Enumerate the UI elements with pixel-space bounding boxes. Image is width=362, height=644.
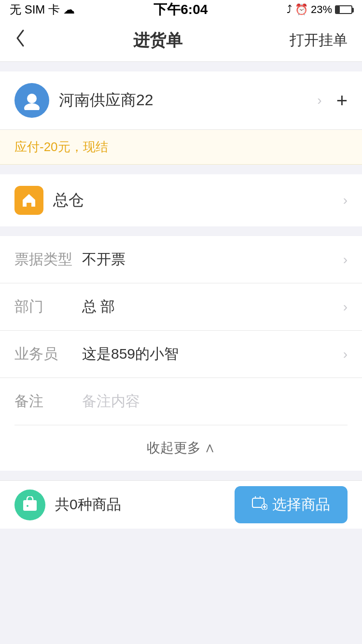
add-supplier-button[interactable]: + xyxy=(336,90,348,112)
top-divider xyxy=(0,62,362,71)
content-area xyxy=(0,529,362,644)
svg-rect-5 xyxy=(30,507,33,508)
select-product-button[interactable]: 选择商品 xyxy=(235,486,348,523)
product-icon-wrap xyxy=(14,490,45,520)
supplier-section: 河南供应商22 › + 应付-20元，现结 xyxy=(0,71,362,165)
status-time: 下午6:04 xyxy=(153,0,208,19)
open-pending-button[interactable]: 打开挂单 xyxy=(290,30,348,50)
supplier-row[interactable]: 河南供应商22 › + xyxy=(0,71,362,130)
alarm-icon: ⏰ xyxy=(295,3,308,16)
bottom-bar: 共0种商品 选择商品 xyxy=(0,480,362,529)
supplier-name: 河南供应商22 xyxy=(59,90,317,111)
avatar xyxy=(14,83,49,118)
notice-banner: 应付-20元，现结 xyxy=(0,130,362,165)
salesperson-row[interactable]: 业务员 这是859的小智 › xyxy=(0,331,362,378)
nav-bar: 进货单 打开挂单 xyxy=(0,19,362,62)
department-chevron-icon: › xyxy=(343,299,348,315)
invoice-type-value: 不开票 xyxy=(82,250,343,269)
invoice-type-label: 票据类型 xyxy=(14,250,82,269)
status-left: 无 SIM 卡 ☁ xyxy=(10,2,75,17)
warehouse-icon-wrap xyxy=(14,186,43,215)
svg-point-1 xyxy=(24,103,40,110)
page-title: 进货单 xyxy=(133,29,182,52)
salesperson-chevron-icon: › xyxy=(343,347,348,362)
svg-rect-4 xyxy=(30,505,35,506)
warehouse-section: 总仓 › xyxy=(0,174,362,226)
svg-point-0 xyxy=(27,94,37,103)
remark-row[interactable]: 备注 备注内容 xyxy=(0,378,362,425)
department-value: 总 部 xyxy=(82,297,343,317)
back-button[interactable] xyxy=(14,28,26,52)
sim-label: 无 SIM 卡 ☁ xyxy=(10,2,75,17)
warehouse-chevron-icon: › xyxy=(343,193,348,208)
svg-point-3 xyxy=(27,505,28,507)
supplier-chevron-icon: › xyxy=(317,93,321,108)
status-right: ⤴ ⏰ 23% xyxy=(287,3,352,16)
status-bar: 无 SIM 卡 ☁ 下午6:04 ⤴ ⏰ 23% xyxy=(0,0,362,19)
salesperson-label: 业务员 xyxy=(14,344,82,364)
warehouse-row[interactable]: 总仓 › xyxy=(0,174,362,226)
select-product-label: 选择商品 xyxy=(272,495,330,515)
warehouse-name: 总仓 xyxy=(53,190,343,211)
collapse-button[interactable]: 收起更多 ∧ xyxy=(0,425,362,471)
divider-3 xyxy=(0,471,362,480)
invoice-type-row[interactable]: 票据类型 不开票 › xyxy=(0,236,362,283)
salesperson-value: 这是859的小智 xyxy=(82,344,343,364)
remark-input[interactable]: 备注内容 xyxy=(82,392,348,411)
divider-2 xyxy=(0,226,362,236)
battery-label: 23% xyxy=(311,3,332,16)
battery-icon xyxy=(335,5,352,14)
divider-1 xyxy=(0,165,362,174)
form-section: 票据类型 不开票 › 部门 总 部 › 业务员 这是859的小智 › 备注 备注… xyxy=(0,236,362,471)
select-product-icon xyxy=(252,496,267,513)
invoice-type-chevron-icon: › xyxy=(343,252,348,267)
remark-label: 备注 xyxy=(14,392,82,411)
department-label: 部门 xyxy=(14,297,82,317)
product-count: 共0种商品 xyxy=(55,495,235,515)
location-icon: ⤴ xyxy=(287,3,292,16)
department-row[interactable]: 部门 总 部 › xyxy=(0,283,362,331)
